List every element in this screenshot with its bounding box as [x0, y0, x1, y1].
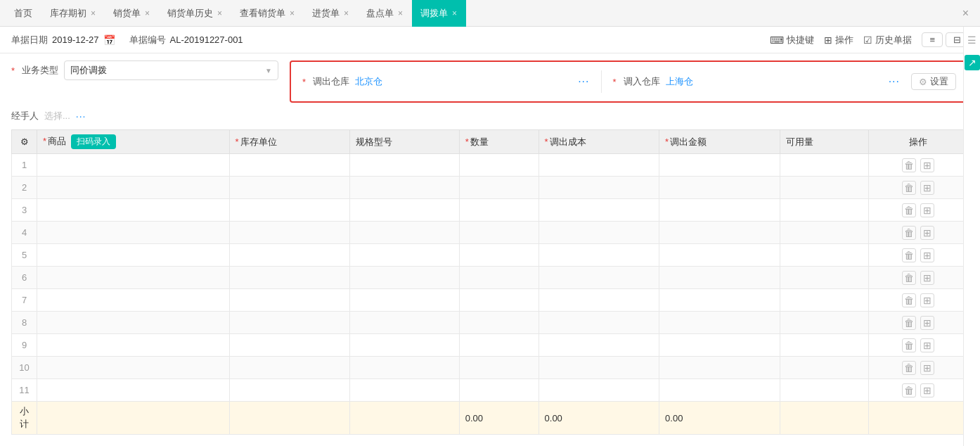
handler-select[interactable]: 选择...	[44, 110, 70, 122]
available-cell[interactable]	[780, 267, 868, 289]
copy-icon[interactable]: ⊞	[920, 361, 934, 375]
copy-icon[interactable]: ⊞	[920, 338, 934, 352]
layout-btn-1[interactable]: ≡	[922, 32, 943, 47]
spec-cell[interactable]	[350, 244, 460, 267]
product-cell[interactable]	[37, 312, 230, 334]
spec-cell[interactable]	[350, 289, 460, 312]
spec-cell[interactable]	[350, 334, 460, 357]
available-cell[interactable]	[780, 357, 868, 379]
settings-btn[interactable]: ⚙ 设置	[911, 73, 956, 90]
product-cell[interactable]	[37, 289, 230, 312]
sidebar-document-icon[interactable]: ☰	[965, 32, 980, 48]
cost-cell[interactable]	[539, 154, 659, 177]
qty-cell[interactable]	[459, 267, 539, 289]
tab-inventory-check[interactable]: 盘点单 ×	[358, 0, 412, 27]
unit-cell[interactable]	[229, 199, 350, 222]
qty-cell[interactable]	[459, 244, 539, 267]
spec-cell[interactable]	[350, 177, 460, 199]
tab-sales-order[interactable]: 销货单 ×	[105, 0, 159, 27]
qty-cell[interactable]	[459, 334, 539, 357]
delete-icon[interactable]: 🗑	[902, 271, 916, 285]
handler-more[interactable]: ···	[76, 110, 86, 122]
tab-sales-history[interactable]: 销货单历史 ×	[159, 0, 231, 27]
tab-purchase-order[interactable]: 进货单 ×	[304, 0, 358, 27]
copy-icon[interactable]: ⊞	[920, 226, 934, 240]
amount-cell[interactable]	[659, 222, 780, 244]
transfer-in-more[interactable]: ···	[889, 75, 900, 88]
cost-cell[interactable]	[539, 177, 659, 199]
available-cell[interactable]	[780, 199, 868, 222]
tab-close-inventory-init[interactable]: ×	[91, 8, 96, 18]
spec-cell[interactable]	[350, 312, 460, 334]
tab-close-view-sales[interactable]: ×	[290, 8, 295, 18]
scan-button[interactable]: 扫码录入	[71, 134, 116, 149]
tab-close-sales-history[interactable]: ×	[217, 8, 222, 18]
tab-view-sales[interactable]: 查看销货单 ×	[231, 0, 304, 27]
amount-cell[interactable]	[659, 177, 780, 199]
qty-cell[interactable]	[459, 357, 539, 379]
transfer-out-value[interactable]: 北京仓	[355, 75, 382, 88]
cost-cell[interactable]	[539, 289, 659, 312]
gear-header[interactable]: ⚙	[12, 130, 37, 154]
product-cell[interactable]	[37, 199, 230, 222]
product-cell[interactable]	[37, 379, 230, 402]
unit-cell[interactable]	[229, 312, 350, 334]
available-cell[interactable]	[780, 312, 868, 334]
unit-cell[interactable]	[229, 357, 350, 379]
available-cell[interactable]	[780, 289, 868, 312]
cost-cell[interactable]	[539, 357, 659, 379]
cost-cell[interactable]	[539, 334, 659, 357]
amount-cell[interactable]	[659, 334, 780, 357]
calendar-icon[interactable]: 📅	[103, 34, 115, 46]
history-btn[interactable]: ☑ 历史单据	[863, 34, 912, 46]
transfer-out-more[interactable]: ···	[578, 75, 589, 88]
spec-cell[interactable]	[350, 379, 460, 402]
amount-cell[interactable]	[659, 244, 780, 267]
cost-cell[interactable]	[539, 244, 659, 267]
copy-icon[interactable]: ⊞	[920, 293, 934, 307]
available-cell[interactable]	[780, 334, 868, 357]
amount-cell[interactable]	[659, 357, 780, 379]
tab-close-inventory-check[interactable]: ×	[398, 8, 403, 18]
delete-icon[interactable]: 🗑	[902, 338, 916, 352]
amount-cell[interactable]	[659, 289, 780, 312]
cost-cell[interactable]	[539, 199, 659, 222]
qty-cell[interactable]	[459, 222, 539, 244]
available-cell[interactable]	[780, 177, 868, 199]
date-value[interactable]: 2019-12-27	[52, 34, 99, 45]
unit-cell[interactable]	[229, 222, 350, 244]
close-all-tabs[interactable]: ×	[957, 7, 974, 20]
unit-cell[interactable]	[229, 244, 350, 267]
operations-btn[interactable]: ⊞ 操作	[824, 34, 853, 46]
business-type-select[interactable]: 同价调拨 ▼	[64, 60, 278, 80]
product-cell[interactable]	[37, 222, 230, 244]
copy-icon[interactable]: ⊞	[920, 248, 934, 262]
delete-icon[interactable]: 🗑	[902, 316, 916, 330]
delete-icon[interactable]: 🗑	[902, 383, 916, 397]
product-cell[interactable]	[37, 177, 230, 199]
available-cell[interactable]	[780, 154, 868, 177]
delete-icon[interactable]: 🗑	[902, 361, 916, 375]
product-cell[interactable]	[37, 154, 230, 177]
qty-cell[interactable]	[459, 312, 539, 334]
product-cell[interactable]	[37, 244, 230, 267]
tab-transfer-order[interactable]: 调拨单 ×	[412, 0, 466, 27]
qty-cell[interactable]	[459, 379, 539, 402]
unit-cell[interactable]	[229, 267, 350, 289]
cost-cell[interactable]	[539, 312, 659, 334]
available-cell[interactable]	[780, 379, 868, 402]
sidebar-export-icon[interactable]: ↗	[965, 55, 980, 70]
product-cell[interactable]	[37, 357, 230, 379]
qty-cell[interactable]	[459, 289, 539, 312]
delete-icon[interactable]: 🗑	[902, 248, 916, 262]
copy-icon[interactable]: ⊞	[920, 203, 934, 217]
available-cell[interactable]	[780, 244, 868, 267]
amount-cell[interactable]	[659, 379, 780, 402]
unit-cell[interactable]	[229, 334, 350, 357]
tab-inventory-init[interactable]: 库存期初 ×	[41, 0, 105, 27]
available-cell[interactable]	[780, 222, 868, 244]
spec-cell[interactable]	[350, 267, 460, 289]
qty-cell[interactable]	[459, 154, 539, 177]
copy-icon[interactable]: ⊞	[920, 316, 934, 330]
spec-cell[interactable]	[350, 154, 460, 177]
